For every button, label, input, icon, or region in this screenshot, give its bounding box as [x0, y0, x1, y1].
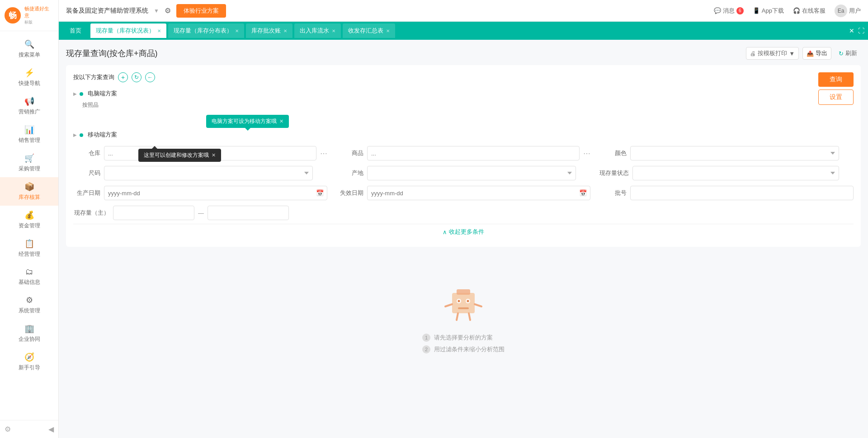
color-input-wrap: [630, 146, 839, 160]
warehouse-label: 仓库: [73, 149, 100, 157]
sidebar-item-basic[interactable]: 🗂 基础信息: [0, 263, 58, 291]
header-gear-icon[interactable]: ⚙: [165, 6, 171, 15]
svg-rect-0: [452, 293, 475, 313]
app-download-item[interactable]: 📱 App下载: [753, 7, 784, 15]
phone-icon: 📱: [753, 7, 760, 14]
tab-close-collect-summary[interactable]: ✕: [386, 28, 390, 33]
main-stock-from-input[interactable]: [113, 206, 194, 220]
collapse-up-icon: ∧: [443, 229, 447, 235]
size-select[interactable]: [104, 166, 313, 180]
reset-btn[interactable]: 设置: [818, 89, 854, 105]
expire-date-filter: 失效日期 📅: [336, 186, 590, 200]
produce-date-filter: 生产日期 📅: [73, 186, 327, 200]
tab-inventory-dist[interactable]: 现存量（库存分布表） ✕: [168, 24, 244, 38]
step2-num: 2: [422, 345, 430, 353]
tooltip1-close[interactable]: ✕: [279, 118, 283, 124]
color-select[interactable]: [630, 146, 839, 160]
expire-date-input[interactable]: [367, 186, 590, 200]
mobile-scheme-item[interactable]: ▶ 移动端方案: [73, 129, 854, 141]
sidebar-item-search[interactable]: 🔍 搜索菜单: [0, 35, 58, 63]
goods-input[interactable]: [367, 146, 580, 160]
tab-close-all-icon[interactable]: ✕: [849, 27, 854, 34]
export-btn[interactable]: 📤 导出: [802, 47, 831, 60]
tab-inventory-status[interactable]: 现存量（库存状况表） ✕: [90, 24, 166, 38]
settings-icon[interactable]: ⚙: [5, 425, 11, 433]
pc-scheme-sub: 按照品: [73, 99, 854, 111]
warehouse-more-icon[interactable]: ⋯: [320, 149, 327, 158]
inventory-status-label: 现存量状态: [599, 169, 629, 177]
online-support-item[interactable]: 🎧 在线客服: [793, 7, 826, 15]
tooltip-create-scheme: 这里可以创建和修改方案哦 ✕: [138, 149, 221, 162]
sidebar-item-operations[interactable]: 📋 经营管理: [0, 234, 58, 263]
header-right: 💬 消息 6 📱 App下载 🎧 在线客服 Ea 用户: [714, 5, 861, 17]
tab-inout-flow[interactable]: 出入库流水 ✕: [294, 24, 341, 38]
expire-date-calendar-icon[interactable]: 📅: [579, 189, 587, 197]
guide-icon: 🧭: [24, 352, 34, 362]
tab-inventory-batch[interactable]: 库存批次账 ✕: [246, 24, 292, 38]
purchase-icon: 🛒: [24, 153, 34, 163]
export-icon: 📤: [807, 50, 814, 57]
experience-btn[interactable]: 体验行业方案: [176, 4, 226, 18]
inventory-status-wrap: [632, 166, 839, 180]
collapse-row[interactable]: ∧ 收起更多条件: [73, 224, 854, 240]
headset-icon: 🎧: [793, 7, 800, 14]
expire-date-wrap: 📅: [367, 186, 590, 200]
origin-select[interactable]: [367, 166, 576, 180]
tab-close-inout-flow[interactable]: ✕: [332, 28, 335, 33]
sidebar-item-finance[interactable]: 💰 资金管理: [0, 206, 58, 234]
filter-row3: 生产日期 📅 失效日期 📅: [73, 186, 854, 200]
sidebar-item-inventory[interactable]: 📦 库存核算: [0, 177, 58, 206]
print-dropdown-icon: ▼: [789, 50, 795, 57]
svg-line-10: [469, 313, 470, 320]
sidebar-item-quick[interactable]: ⚡ 快捷导航: [0, 63, 58, 92]
collapse-sidebar-icon[interactable]: ◀: [48, 425, 54, 433]
sidebar-item-system[interactable]: ⚙ 系统管理: [0, 291, 58, 319]
batch-input[interactable]: [630, 186, 854, 200]
pc-scheme-item[interactable]: ▶ 电脑端方案: [73, 88, 854, 99]
goods-more-icon[interactable]: ⋯: [583, 149, 590, 158]
batch-filter: 批号: [599, 186, 854, 200]
main-content: 装备及固定资产辅助管理系统 ▼ ⚙ 体验行业方案 💬 消息 6 📱 App下载 …: [59, 0, 868, 438]
message-item[interactable]: 💬 消息 6: [714, 7, 744, 15]
filter-back-btn[interactable]: ←: [145, 72, 155, 82]
query-btn[interactable]: 查询: [818, 72, 854, 87]
color-label: 颜色: [599, 149, 627, 157]
main-stock-to-input[interactable]: [208, 206, 289, 220]
filter-add-btn[interactable]: +: [118, 72, 128, 82]
system-dropdown-icon[interactable]: ▼: [154, 8, 159, 14]
step1-num: 1: [422, 334, 430, 342]
produce-date-calendar-icon[interactable]: 📅: [316, 189, 324, 197]
tab-close-inventory-batch[interactable]: ✕: [283, 28, 287, 33]
message-badge: 6: [736, 7, 744, 14]
mobile-scheme-arrow: ▶: [73, 132, 77, 137]
produce-date-label: 生产日期: [73, 189, 100, 197]
pc-scheme-sub-item[interactable]: 按照品: [82, 99, 854, 111]
inventory-status-select[interactable]: [632, 166, 839, 180]
tab-collect-summary[interactable]: 收发存汇总表 ✕: [343, 24, 395, 38]
user-item[interactable]: Ea 用户: [835, 5, 861, 17]
marketing-icon: 📢: [24, 96, 34, 106]
size-label: 尺码: [73, 169, 100, 177]
filter-row2: 尺码 产地: [73, 166, 854, 180]
produce-date-input[interactable]: [104, 186, 327, 200]
tab-home[interactable]: 首页: [62, 24, 89, 38]
refresh-btn[interactable]: ↻ 刷新: [835, 47, 861, 59]
header-left: 装备及固定资产辅助管理系统 ▼ ⚙ 体验行业方案: [66, 4, 226, 18]
goods-filter: 商品 ⋯: [336, 146, 590, 160]
filter-refresh-btn[interactable]: ↻: [132, 72, 142, 82]
origin-filter: 产地: [336, 166, 590, 180]
sidebar-item-purchase[interactable]: 🛒 采购管理: [0, 149, 58, 177]
empty-step2: 2 用过滤条件来缩小分析范围: [422, 345, 505, 353]
main-stock-row: 现存量（主） —: [73, 206, 854, 220]
sidebar-item-sales[interactable]: 📊 销售管理: [0, 120, 58, 149]
tooltip2-close[interactable]: ✕: [212, 152, 216, 158]
origin-label: 产地: [336, 169, 363, 177]
sidebar-item-marketing[interactable]: 📢 营销推广: [0, 92, 58, 120]
inventory-icon: 📦: [24, 182, 34, 192]
print-btn[interactable]: 🖨 按模板打印 ▼: [746, 47, 799, 60]
tab-close-inventory-dist[interactable]: ✕: [235, 28, 239, 33]
sidebar-item-enterprise[interactable]: 🏢 企业协同: [0, 319, 58, 348]
sidebar-item-guide[interactable]: 🧭 新手引导: [0, 348, 58, 376]
tab-maximize-icon[interactable]: ⛶: [858, 27, 864, 34]
tab-close-inventory-status[interactable]: ✕: [157, 28, 161, 33]
